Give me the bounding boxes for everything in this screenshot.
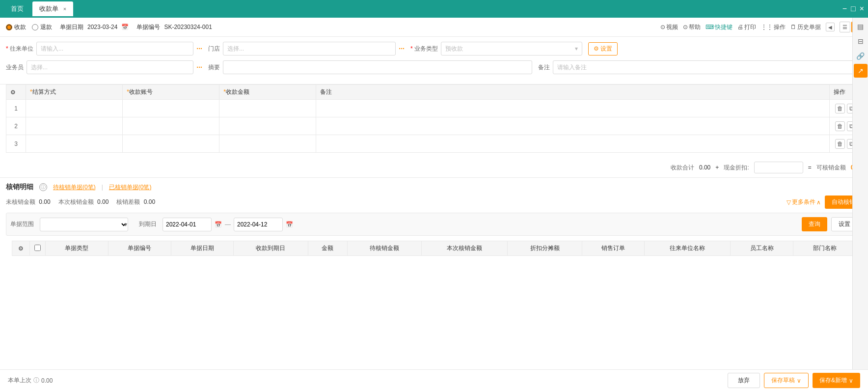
settlement-cell-1[interactable] [26,100,123,117]
chevron-down-icon: ∨ [849,377,853,384]
remark-cell-2[interactable] [316,117,830,135]
col-due-header: 收款到期日 [234,241,308,256]
receipt-radio[interactable]: 收款 [6,23,26,31]
save-draft-button[interactable]: 保存草稿 ∨ [764,373,809,388]
view-list-button[interactable]: ☰ [840,22,850,32]
table-row: 1 🗑 ⧉ [6,100,862,117]
chevron-up-icon: ∧ [816,199,821,206]
done-tab[interactable]: 已核销单据(0笔) [109,183,152,192]
video-button[interactable]: ⊙ 视频 [660,23,678,31]
sidebar-icon-3[interactable]: 🔗 [854,49,868,63]
discount-input[interactable] [754,162,803,173]
account-cell-3[interactable] [123,135,219,153]
settings-button[interactable]: ⚙ 设置 [588,42,618,56]
form-area: * 往来单位 ··· 门店 ··· * 业务类型 预收款 ▾ ⚙ 设置 [0,37,868,84]
settlement-cell-2[interactable] [26,117,123,135]
sidebar-icon-2[interactable]: ⊟ [854,34,868,48]
refund-radio[interactable]: 退款 [32,23,52,31]
total-value: 0.00 [699,164,710,171]
business-type-field: * 业务类型 预收款 ▾ [410,42,582,56]
window-close-button[interactable]: × [860,4,864,13]
calendar-icon[interactable]: 📅 [121,24,129,30]
summary-field: 摘要 [208,60,532,74]
row-2-delete-button[interactable]: 🗑 [835,121,845,131]
row-1-delete-button[interactable]: 🗑 [835,104,845,113]
tab-collection[interactable]: 收款单 × [32,1,73,16]
counterpart-input[interactable] [36,42,193,56]
help-button[interactable]: ⊙ 帮助 [683,23,701,31]
col-remark-header: 备注 [316,85,830,100]
footer-info-icon[interactable]: ⓘ [33,376,39,385]
settlement-cell-3[interactable] [26,135,123,153]
total-label: 收款合计 [671,164,694,172]
col-pending-header: 待核销金额 [348,241,422,256]
remark-input[interactable] [553,60,862,74]
store-input[interactable] [223,42,396,56]
account-cell-1[interactable] [123,100,219,117]
footer-left: 本单上次 ⓘ 0.00 [8,376,53,385]
tab-bar-right: − □ × [842,4,864,13]
remark-cell-3[interactable] [316,135,830,153]
save-new-button[interactable]: 保存&新增 ∨ [813,373,860,388]
remark-cell-1[interactable] [316,100,830,117]
pending-tab[interactable]: 待核销单据(0笔) [53,183,96,192]
page-footer: 本单上次 ⓘ 0.00 放弃 保存草稿 ∨ 保存&新增 ∨ [0,369,868,391]
footer-value: 0.00 [41,377,53,384]
history-button[interactable]: 🗒 历史单据 [790,23,821,31]
discount-label: 现金折扣: [724,164,749,172]
business-type-select[interactable]: 预收款 ▾ [441,42,582,56]
checkbox-header[interactable] [30,241,46,256]
select-all-checkbox[interactable] [34,245,41,251]
verify-section: 核销明细 ⓘ 待核销单据(0笔) | 已核销单据(0笔) 未核销金额 0.00 … [0,178,868,261]
tab-bar-left: 首页 收款单 × [4,1,73,16]
window-max-button[interactable]: □ [851,4,856,13]
sidebar-icon-4[interactable]: ↗ [854,64,868,78]
doc-date-field: 单据日期 2023-03-24 📅 [60,23,129,31]
store-field: 门店 ··· [208,42,405,56]
sidebar-icon-1[interactable]: ▤ [854,20,868,33]
verify-filter-right: ▽ 更多条件 ∧ 自动核销 [787,196,862,209]
verify-info-icon[interactable]: ⓘ [39,183,47,191]
calendar-start-icon[interactable]: 📅 [215,221,222,228]
tab-separator: | [102,184,103,191]
discard-button[interactable]: 放弃 [728,373,760,388]
account-cell-2[interactable] [123,117,219,135]
verify-title: 核销明细 [6,183,33,192]
verify-stats: 未核销金额 0.00 本次核销金额 0.00 核销差额 0.00 ▽ 更多条件 … [6,196,862,209]
chevron-down-icon: ∨ [797,377,801,384]
counterpart-more-button[interactable]: ··· [196,45,202,53]
close-tab-icon[interactable]: × [63,6,66,12]
amount-cell-2[interactable] [219,117,316,135]
verify-amount-label: 可核销金额 [816,164,846,172]
print-button[interactable]: 🖨 打印 [737,23,756,31]
window-min-button[interactable]: − [842,4,847,13]
counterpart-field: * 往来单位 ··· [6,42,202,56]
bottom-gear-header[interactable]: ⚙ [12,241,30,256]
employee-more-button[interactable]: ··· [196,63,202,71]
col-type-header: 单据类型 [46,241,108,256]
col-date-header: 单据日期 [171,241,234,256]
operation-button[interactable]: ⋮⋮ 操作 [761,23,786,31]
nav-prev-button[interactable]: ◀ [826,23,835,31]
form-row-1: * 往来单位 ··· 门店 ··· * 业务类型 预收款 ▾ ⚙ 设置 [6,42,862,56]
tab-home[interactable]: 首页 [4,1,30,16]
scope-select[interactable] [40,218,128,231]
employee-input[interactable] [27,60,193,74]
col-employee-header: 员工名称 [731,241,793,256]
date-start-input[interactable] [163,218,212,231]
table-settings-header[interactable]: ⚙ [6,85,26,100]
verify-table: ⚙ 单据类型 单据编号 单据日期 收款到期日 金额 待核销金额 本次核销金额 折… [12,241,856,256]
query-button[interactable]: 查询 [802,217,827,231]
date-end-input[interactable] [234,218,283,231]
amount-cell-3[interactable] [219,135,316,153]
scope-label: 单据范围 [10,220,34,228]
calendar-end-icon[interactable]: 📅 [286,221,293,228]
store-more-button[interactable]: ··· [399,45,405,53]
row-3-delete-button[interactable]: 🗑 [835,139,845,149]
more-conditions-button[interactable]: ▽ 更多条件 ∧ [787,198,821,206]
shortcut-button[interactable]: ⌨ 快捷键 [705,23,732,31]
receipt-type-radio-group: 收款 退款 [6,23,52,31]
summary-input[interactable] [223,60,532,74]
verify-header: 核销明细 ⓘ 待核销单据(0笔) | 已核销单据(0笔) [6,183,862,192]
amount-cell-1[interactable] [219,100,316,117]
